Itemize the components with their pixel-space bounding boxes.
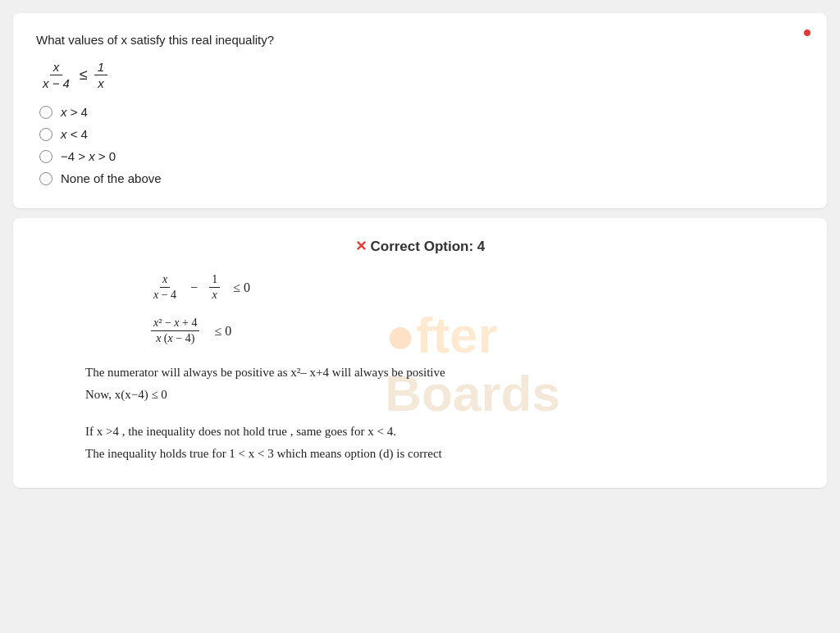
options-list: x > 4 x < 4 −4 > x > 0 None of the above (36, 105, 804, 185)
option-2-text: x < 4 (61, 127, 88, 141)
dot-indicator (804, 30, 810, 36)
step1-rhs-denom: x (210, 288, 220, 302)
step1-line: x x − 4 − 1 x ≤ 0 (36, 273, 804, 302)
solution-card: ●fter Boards ✕ Correct Option: 4 x x − 4… (13, 218, 827, 488)
inequality-display: x x − 4 ≤ 1 x (36, 60, 804, 90)
explanation-line4: The inequality holds true for 1 < x < 3 … (85, 443, 804, 465)
solution-steps: x x − 4 − 1 x ≤ 0 x² − x + 4 x (x − 4) ≤… (36, 273, 804, 465)
option-4-text: None of the above (61, 171, 162, 185)
option-2[interactable]: x < 4 (39, 127, 804, 141)
lhs-denominator: x − 4 (39, 75, 73, 90)
step2-num: x² − x + 4 (151, 316, 199, 331)
step2-denom: x (x − 4) (153, 331, 197, 345)
option-4[interactable]: None of the above (39, 171, 804, 185)
radio-2[interactable] (39, 128, 52, 141)
option-3-text: −4 > x > 0 (61, 149, 116, 163)
step1-minus: − (190, 280, 198, 295)
step1-lhs-denom: x − 4 (151, 288, 179, 302)
lhs-numerator: x (50, 60, 63, 75)
radio-4[interactable] (39, 172, 52, 185)
step1-rhs-num: 1 (209, 273, 220, 288)
step2-fraction: x² − x + 4 x (x − 4) (151, 316, 199, 345)
step1-lhs-num: x (160, 273, 170, 288)
option-3[interactable]: −4 > x > 0 (39, 149, 804, 163)
inequality-operator: ≤ (80, 66, 88, 84)
lhs-fraction: x x − 4 (39, 60, 73, 90)
step1-leq: ≤ 0 (233, 280, 250, 295)
step1-lhs-fraction: x x − 4 (151, 273, 179, 302)
correct-option-header: ✕ Correct Option: 4 (36, 238, 804, 255)
option-1[interactable]: x > 4 (39, 105, 804, 119)
explanation-line2: Now, x(x−4) ≤ 0 (85, 384, 804, 406)
rhs-denominator: x (94, 75, 107, 90)
radio-1[interactable] (39, 106, 52, 119)
explanation-line1: The numerator will always be positive as… (85, 362, 804, 384)
question-title: What values of x satisfy this real inequ… (36, 33, 804, 47)
radio-3[interactable] (39, 150, 52, 163)
explanation-block: The numerator will always be positive as… (36, 362, 804, 465)
step1-rhs-fraction: 1 x (209, 273, 220, 302)
step2-line: x² − x + 4 x (x − 4) ≤ 0 (36, 316, 804, 345)
x-mark: ✕ (355, 239, 367, 254)
correct-option-text: Correct Option: 4 (370, 239, 485, 254)
option-1-text: x > 4 (61, 105, 88, 119)
explanation-line3: If x >4 , the inequality does not hold t… (85, 421, 804, 443)
rhs-fraction: 1 x (94, 60, 107, 90)
rhs-numerator: 1 (94, 60, 107, 75)
step2-leq: ≤ 0 (214, 324, 231, 339)
question-card: What values of x satisfy this real inequ… (13, 13, 827, 208)
